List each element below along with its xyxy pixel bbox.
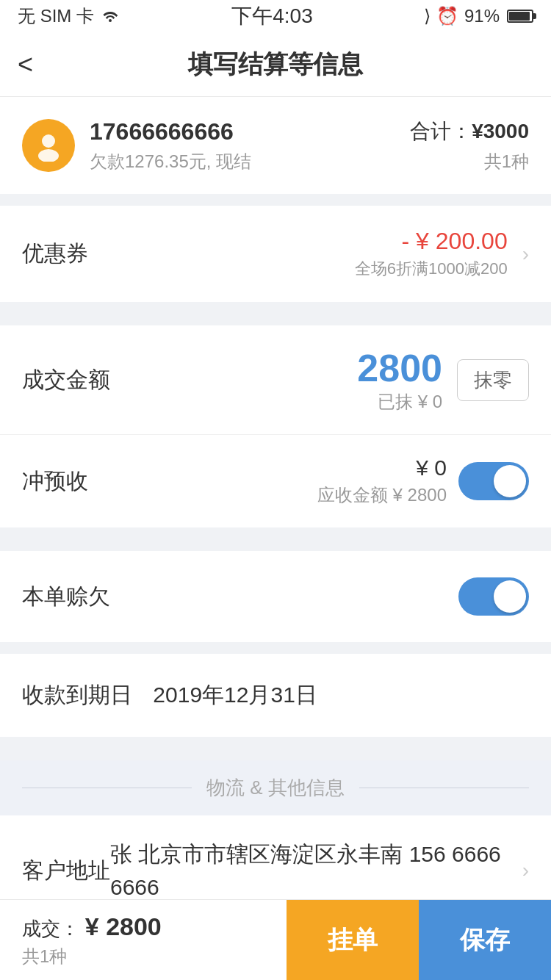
battery-percent: 91% bbox=[464, 6, 500, 26]
user-sub: 欠款1276.35元, 现结 bbox=[90, 150, 410, 173]
debt-label: 本单赊欠 bbox=[22, 582, 110, 612]
user-phone: 17666666666 bbox=[90, 118, 410, 145]
coupon-label: 优惠券 bbox=[22, 239, 88, 269]
coupon-section: 优惠券 - ¥ 200.00 全场6折满1000减200 › bbox=[0, 206, 551, 302]
save-button[interactable]: 保存 bbox=[419, 900, 551, 981]
logistics-line-right bbox=[359, 788, 529, 788]
deal-amount-row: 成交金额 2800 已抹 ¥ 0 抹零 bbox=[0, 325, 551, 434]
nav-bar: < 填写结算等信息 bbox=[0, 32, 551, 97]
total-label: 合计：¥3000 bbox=[410, 118, 529, 145]
footer-deal-amount: ¥ 2800 bbox=[85, 912, 162, 940]
deal-amount-value: 2800 bbox=[357, 346, 442, 390]
footer-info: 成交： ¥ 2800 共1种 bbox=[0, 912, 287, 968]
section-separator-3 bbox=[0, 749, 551, 760]
address-chevron-icon: › bbox=[522, 859, 529, 882]
footer-count: 共1种 bbox=[22, 945, 264, 968]
back-button[interactable]: < bbox=[18, 49, 33, 80]
logistics-line-left bbox=[22, 788, 192, 788]
precharge-toggle[interactable] bbox=[458, 462, 529, 500]
total-count: 共1种 bbox=[410, 150, 529, 173]
coupon-desc: 全场6折满1000减200 bbox=[355, 258, 508, 280]
battery-icon bbox=[507, 10, 533, 23]
due-date-row: 收款到期日 2019年12月31日 bbox=[0, 654, 551, 737]
avatar bbox=[22, 119, 75, 172]
debt-section: 本单赊欠 bbox=[0, 551, 551, 642]
debt-toggle[interactable] bbox=[458, 577, 529, 616]
deal-amount-right: 2800 已抹 ¥ 0 抹零 bbox=[357, 346, 529, 414]
debt-row: 本单赊欠 bbox=[0, 551, 551, 642]
user-info: 17666666666 欠款1276.35元, 现结 bbox=[90, 118, 410, 173]
due-date-label: 收款到期日 bbox=[22, 682, 132, 707]
address-label: 客户地址 bbox=[22, 856, 110, 886]
precharge-label: 冲预收 bbox=[22, 466, 88, 497]
due-date-section: 收款到期日 2019年12月31日 bbox=[0, 654, 551, 737]
footer-deal-line: 成交： ¥ 2800 bbox=[22, 912, 264, 942]
deal-amount-section: 成交金额 2800 已抹 ¥ 0 抹零 冲预收 ¥ 0 应收金额 ¥ 2800 bbox=[0, 325, 551, 527]
footer: 成交： ¥ 2800 共1种 挂单 保存 bbox=[0, 899, 551, 980]
status-time: 下午4:03 bbox=[231, 2, 313, 30]
coupon-row[interactable]: 优惠券 - ¥ 200.00 全场6折满1000减200 › bbox=[0, 206, 551, 302]
precharge-sub-value: 应收金额 ¥ 2800 bbox=[317, 483, 447, 507]
section-separator-1 bbox=[0, 314, 551, 325]
user-total: 合计：¥3000 共1种 bbox=[410, 118, 529, 173]
status-bar: 无 SIM 卡 下午4:03 ⟩ ⏰ 91% bbox=[0, 0, 551, 32]
footer-deal-label: 成交： bbox=[22, 918, 79, 940]
toggle-knob bbox=[494, 465, 526, 497]
due-date-value: 2019年12月31日 bbox=[153, 682, 317, 707]
svg-point-0 bbox=[42, 134, 55, 148]
precharge-values: ¥ 0 应收金额 ¥ 2800 bbox=[317, 455, 447, 507]
status-left: 无 SIM 卡 bbox=[18, 4, 120, 28]
alarm-icon: ⏰ bbox=[436, 6, 458, 26]
round-zero-button[interactable]: 抹零 bbox=[457, 359, 529, 401]
address-value: 张 北京市市辖区海淀区永丰南 156 6666 6666 bbox=[110, 837, 516, 904]
content-area: 17666666666 欠款1276.35元, 现结 合计：¥3000 共1种 … bbox=[0, 97, 551, 980]
precharge-main-value: ¥ 0 bbox=[317, 455, 447, 480]
page-title: 填写结算等信息 bbox=[188, 48, 363, 82]
debt-toggle-knob bbox=[494, 580, 526, 613]
wifi-icon bbox=[100, 6, 120, 26]
precharge-right: ¥ 0 应收金额 ¥ 2800 bbox=[317, 455, 529, 507]
section-separator-2 bbox=[0, 527, 551, 539]
carrier-label: 无 SIM 卡 bbox=[18, 4, 94, 28]
chevron-icon: › bbox=[522, 242, 529, 266]
deal-amount-sub: 已抹 ¥ 0 bbox=[357, 390, 442, 414]
logistics-label: 物流 & 其他信息 bbox=[206, 775, 345, 801]
coupon-right: - ¥ 200.00 全场6折满1000减200 › bbox=[355, 228, 529, 280]
status-right: ⟩ ⏰ 91% bbox=[424, 6, 533, 26]
svg-point-1 bbox=[38, 149, 59, 162]
location-icon: ⟩ bbox=[424, 6, 431, 26]
pending-button[interactable]: 挂单 bbox=[287, 900, 419, 981]
deal-amount-label: 成交金额 bbox=[22, 365, 110, 395]
coupon-amount: - ¥ 200.00 bbox=[402, 228, 508, 255]
precharge-row: 冲预收 ¥ 0 应收金额 ¥ 2800 bbox=[0, 434, 551, 527]
user-info-card: 17666666666 欠款1276.35元, 现结 合计：¥3000 共1种 bbox=[0, 97, 551, 194]
logistics-header: 物流 & 其他信息 bbox=[0, 760, 551, 815]
